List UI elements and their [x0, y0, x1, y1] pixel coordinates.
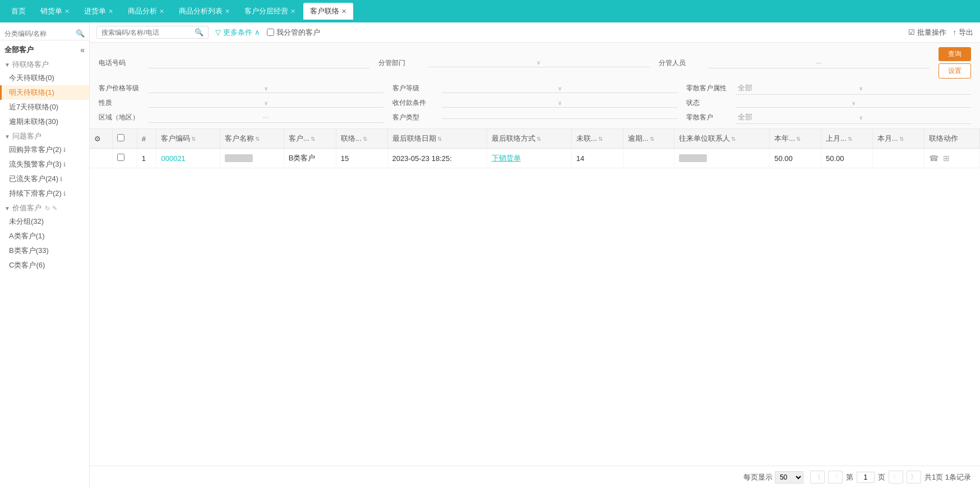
close-goods-analysis-icon[interactable]: ✕ — [159, 8, 164, 15]
page-size-select[interactable]: 50 100 — [775, 471, 803, 484]
nav-purchase[interactable]: 进货单 ✕ — [77, 3, 120, 20]
prev-page-button[interactable]: 〈 — [828, 471, 843, 484]
th-unit-contact[interactable]: 往来单位联系人⇅ — [674, 129, 770, 149]
row-actions: ☎ ⊞ — [924, 149, 979, 168]
sort-thismonth-icon: ⇅ — [899, 136, 904, 142]
sidebar-c-class[interactable]: C类客户(6) — [0, 258, 89, 273]
batch-ops-button[interactable]: ☑ 批量操作 — [908, 27, 946, 38]
sidebar-search-area: 🔍 — [0, 27, 89, 40]
nav-home[interactable]: 首页 — [4, 3, 33, 20]
sidebar-week[interactable]: 近7天待联络(0) — [0, 100, 89, 114]
row-checkbox[interactable] — [113, 149, 137, 168]
close-goods-list-icon[interactable]: ✕ — [225, 8, 230, 15]
region-select[interactable]: ··· — [148, 112, 383, 123]
sort-nocontact-icon: ⇅ — [598, 136, 603, 142]
export-button[interactable]: ↑ 导出 — [953, 27, 974, 38]
all-customers-header[interactable]: 全部客户 « — [0, 43, 89, 57]
sidebar-a-class[interactable]: A类客户(1) — [0, 229, 89, 243]
sidebar-declining[interactable]: 持续下滑客户(2) ℹ — [0, 186, 89, 201]
th-this-year[interactable]: 本年...⇅ — [770, 129, 821, 149]
row-action-phone-icon[interactable]: ☎ — [929, 154, 939, 163]
th-settings[interactable]: ⚙ — [90, 129, 113, 149]
page-number-input[interactable] — [857, 472, 875, 483]
nav-customer-tier[interactable]: 客户分层经营 ✕ — [238, 3, 302, 20]
sidebar-search-icon[interactable]: 🔍 — [76, 29, 85, 38]
select-all-checkbox[interactable] — [117, 134, 124, 141]
th-overdue[interactable]: 逾期...⇅ — [623, 129, 674, 149]
retail-customer-label: 零散客户 — [686, 113, 731, 122]
search-icon[interactable]: 🔍 — [195, 28, 204, 36]
th-this-month[interactable]: 本月...⇅ — [872, 129, 924, 149]
retail-attr-select[interactable]: 全部∨ — [736, 82, 971, 95]
retail-customer-select[interactable]: 全部∨ — [736, 111, 971, 124]
data-table: ⚙ # 客户编码⇅ 客户名称⇅ 客户...⇅ 联络...⇅ 最后联络日期⇅ 最后… — [90, 129, 980, 168]
more-filter-label: 更多条件 — [223, 27, 252, 38]
gender-select[interactable]: ∨ — [148, 99, 383, 108]
customer-type-select[interactable] — [442, 116, 677, 119]
last-page-button[interactable]: 》 — [907, 471, 921, 484]
th-no-contact[interactable]: 未联...⇅ — [571, 129, 623, 149]
sidebar-churned[interactable]: 已流失客户(24) ℹ — [0, 172, 89, 186]
sidebar-b-class[interactable]: B类客户(33) — [0, 243, 89, 258]
sort-unit-icon: ⇅ — [731, 136, 736, 142]
settings-button[interactable]: 设置 — [939, 63, 971, 79]
sidebar-today[interactable]: 今天待联络(0) — [0, 71, 89, 85]
row-action-more-icon[interactable]: ⊞ — [943, 154, 950, 163]
th-code[interactable]: 客户编码⇅ — [156, 129, 220, 149]
filter-row-2: 客户价格等级 ∨ 客户等级 ∨ 零散客户属性 全部∨ — [99, 82, 971, 95]
collapse-sidebar-icon[interactable]: « — [80, 45, 85, 54]
filter-icon: ▽ — [215, 28, 221, 36]
nav-goods-list[interactable]: 商品分析列表 ✕ — [172, 3, 237, 20]
th-name[interactable]: 客户名称⇅ — [220, 129, 284, 149]
price-level-select[interactable]: ∨ — [148, 84, 383, 93]
more-filter-button[interactable]: ▽ 更多条件 ∧ — [215, 27, 260, 38]
status-label: 状态 — [686, 98, 731, 108]
first-page-button[interactable]: 《 — [810, 471, 825, 484]
nav-customer-tier-label: 客户分层经营 — [244, 6, 288, 16]
my-customers-checkbox[interactable] — [267, 29, 274, 36]
search-input[interactable] — [101, 29, 192, 36]
nav-goods-analysis[interactable]: 商品分析 ✕ — [121, 3, 171, 20]
th-action: 联络动作 — [924, 129, 979, 149]
person-select[interactable]: ··· — [708, 58, 930, 68]
payment-select[interactable]: ∨ — [442, 99, 677, 108]
pending-contact-group: ▼ 待联络客户 — [0, 57, 89, 71]
next-page-button[interactable]: 〉 — [889, 471, 903, 484]
row-code[interactable]: 000021 — [156, 149, 220, 168]
close-purchase-icon[interactable]: ✕ — [108, 8, 113, 15]
filter-row-1: 电话号码 分管部门 ∨ 分管人员 ··· 查询 设置 — [99, 47, 971, 79]
query-button[interactable]: 查询 — [939, 47, 971, 61]
close-customer-contact-icon[interactable]: ✕ — [341, 8, 346, 15]
row-last-method[interactable]: 下销货单 — [487, 149, 571, 168]
sidebar-repurchase[interactable]: 回购异常客户(2) ℹ — [0, 142, 89, 157]
sort-code-icon: ⇅ — [191, 136, 196, 142]
th-last-method[interactable]: 最后联络方式⇅ — [487, 129, 571, 149]
sidebar-search-input[interactable] — [4, 30, 76, 38]
nav-sales[interactable]: 销货单 ✕ — [34, 3, 76, 20]
sidebar-tomorrow[interactable]: 明天待联络(1) — [0, 85, 89, 100]
sort-overdue-icon: ⇅ — [650, 136, 654, 142]
my-customers-label: 我分管的客户 — [276, 27, 320, 38]
sidebar-overdue[interactable]: 逾期未联络(30) — [0, 114, 89, 129]
phone-input[interactable] — [148, 58, 369, 68]
sidebar-churn-warning[interactable]: 流失预警客户(3) ℹ — [0, 157, 89, 172]
customer-type-label: 客户类型 — [392, 113, 437, 122]
sort-year-icon: ⇅ — [796, 136, 801, 142]
close-customer-tier-icon[interactable]: ✕ — [290, 8, 295, 15]
payment-field: 收付款条件 ∨ — [392, 98, 677, 108]
dept-select[interactable]: ∨ — [428, 58, 649, 67]
th-type[interactable]: 客户...⇅ — [284, 129, 336, 149]
nav-customer-contact[interactable]: 客户联络 ✕ — [303, 3, 353, 20]
th-last-date[interactable]: 最后联络日期⇅ — [387, 129, 487, 149]
th-checkbox[interactable] — [113, 129, 137, 149]
close-sales-icon[interactable]: ✕ — [64, 8, 70, 15]
phone-field: 电话号码 — [99, 58, 369, 68]
grade-select[interactable]: ∨ — [442, 84, 677, 93]
sidebar: 🔍 全部客户 « ▼ 待联络客户 今天待联络(0) 明天待联络(1) 近7天待联… — [0, 22, 90, 488]
sidebar-ungrouped[interactable]: 未分组(32) — [0, 214, 89, 229]
top-navigation: 首页 销货单 ✕ 进货单 ✕ 商品分析 ✕ 商品分析列表 ✕ 客户分层经营 ✕ … — [0, 0, 980, 22]
th-last-month[interactable]: 上月...⇅ — [821, 129, 873, 149]
sort-name-icon: ⇅ — [255, 136, 260, 142]
status-select[interactable]: ∨ — [736, 99, 971, 108]
th-contact-count[interactable]: 联络...⇅ — [336, 129, 387, 149]
